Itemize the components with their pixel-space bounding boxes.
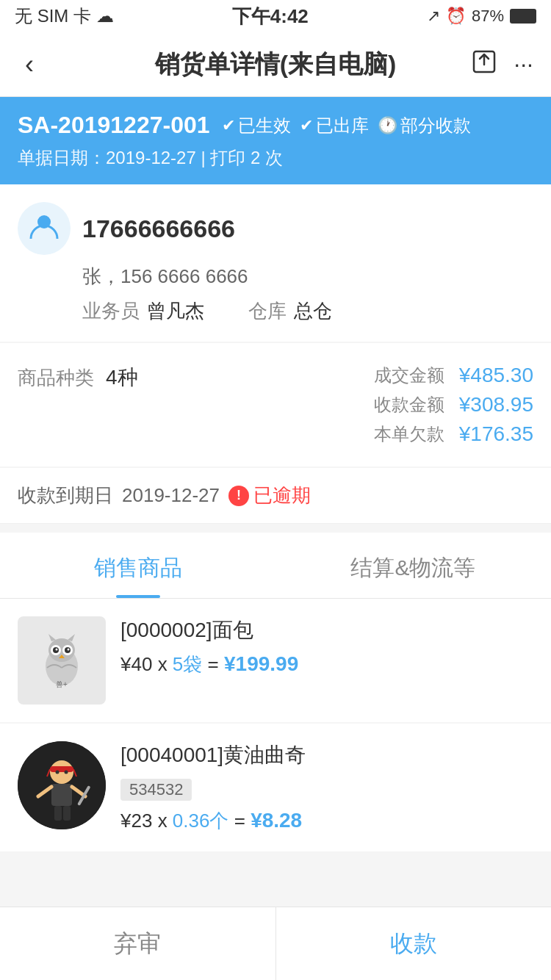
product-price-2: ¥23 x 0.36个 = ¥8.28 xyxy=(120,808,533,834)
order-print-count: 打印 2 次 xyxy=(210,148,283,167)
product-price-1: ¥40 x 5袋 = ¥199.99 xyxy=(120,652,533,677)
warehouse-info: 仓库 总仓 xyxy=(248,298,332,324)
badge-effective-label: 已生效 xyxy=(238,114,291,137)
page-title: 销货单详情(来自电脑) xyxy=(155,48,397,82)
products-list: 兽+ [0000002]面包 ¥40 x 5袋 = ¥199.99 xyxy=(0,599,551,851)
summary-right: 成交金额 ¥485.30 收款金额 ¥308.95 本单欠款 ¥176.35 xyxy=(374,364,533,446)
alarm-icon: ⏰ xyxy=(446,7,466,26)
svg-text:兽+: 兽+ xyxy=(56,680,68,688)
badge-effective: ✔ 已生效 xyxy=(222,114,291,137)
customer-row: 17666666666 xyxy=(18,202,533,255)
back-button[interactable]: ‹ xyxy=(18,42,41,87)
tabs: 销售商品 结算&物流等 xyxy=(0,533,551,599)
svg-rect-21 xyxy=(54,806,62,821)
received-amount-value: ¥308.95 xyxy=(459,393,533,417)
status-time: 下午4:42 xyxy=(232,4,309,29)
product-base-price-2: ¥23 xyxy=(120,810,152,832)
clock-icon: 🕐 xyxy=(378,116,397,135)
due-date-value: 2019-12-27 xyxy=(122,484,220,507)
category-label: 商品种类 xyxy=(18,365,94,391)
product-thumb-2 xyxy=(18,741,106,829)
customer-info-row: 业务员 曾凡杰 仓库 总仓 xyxy=(18,298,533,324)
badge-shipped-label: 已出库 xyxy=(316,114,369,137)
deal-amount-value: ¥485.30 xyxy=(459,364,533,387)
tab-sales[interactable]: 销售商品 xyxy=(0,533,276,598)
customer-section: 17666666666 张，156 6666 6666 业务员 曾凡杰 仓库 总… xyxy=(0,184,551,342)
check-icon-2: ✔ xyxy=(300,116,313,135)
order-id: SA-20191227-001 xyxy=(18,112,210,139)
svg-point-11 xyxy=(68,649,70,651)
product-quantity-2: 0.36个 xyxy=(173,810,229,832)
deal-amount-row: 成交金额 ¥485.30 xyxy=(374,364,533,387)
nav-bar: ‹ 销货单详情(来自电脑) ··· xyxy=(0,32,551,97)
overdue-icon: ! xyxy=(228,486,249,506)
warehouse-value: 总仓 xyxy=(294,298,332,324)
avatar-icon xyxy=(28,209,60,248)
svg-point-24 xyxy=(65,771,68,774)
tab-settlement[interactable]: 结算&物流等 xyxy=(276,533,551,598)
battery-icon xyxy=(510,9,536,24)
share-icon[interactable] xyxy=(472,50,496,79)
received-amount-row: 收款金额 ¥308.95 xyxy=(374,393,533,417)
svg-marker-4 xyxy=(48,634,56,641)
order-meta-sep: | xyxy=(201,148,210,167)
collect-payment-button[interactable]: 收款 xyxy=(276,907,552,980)
status-right: ↗ ⏰ 87% xyxy=(427,7,536,26)
svg-rect-17 xyxy=(51,784,72,806)
customer-detail: 张，156 6666 6666 xyxy=(18,264,533,289)
due-date-label: 收款到期日 xyxy=(18,483,113,508)
product-thumb-1: 兽+ xyxy=(18,616,106,705)
order-date: 单据日期：2019-12-27 xyxy=(18,148,196,167)
status-bar: 无 SIM 卡 ☁ 下午4:42 ↗ ⏰ 87% xyxy=(0,0,551,32)
product-tag-2: 534532 xyxy=(120,779,192,801)
order-meta: 单据日期：2019-12-27 | 打印 2 次 xyxy=(18,146,533,170)
product-name-2: [00040001]黄油曲奇 xyxy=(120,741,533,769)
owed-amount-row: 本单欠款 ¥176.35 xyxy=(374,422,533,446)
product-item-1: 兽+ [0000002]面包 ¥40 x 5袋 = ¥199.99 xyxy=(0,599,551,722)
product-quantity-1: 5袋 xyxy=(173,653,202,675)
summary-section: 商品种类 4种 成交金额 ¥485.30 收款金额 ¥308.95 本单欠款 ¥… xyxy=(0,343,551,466)
badge-partial-label: 部分收款 xyxy=(400,114,471,137)
product-total-2: ¥8.28 xyxy=(251,809,302,832)
sales-value: 曾凡杰 xyxy=(147,298,204,324)
sales-info: 业务员 曾凡杰 xyxy=(82,298,204,324)
battery-status: 87% xyxy=(472,7,504,26)
product-image-1: 兽+ xyxy=(18,616,106,705)
summary-left: 商品种类 4种 xyxy=(18,364,374,392)
tab-sales-label: 销售商品 xyxy=(94,555,182,580)
bottom-bar: 弃审 收款 xyxy=(0,907,551,980)
overdue-badge: ! 已逾期 xyxy=(228,483,311,508)
abandon-review-button[interactable]: 弃审 xyxy=(0,907,276,980)
customer-name: 17666666666 xyxy=(82,215,235,243)
svg-point-10 xyxy=(56,649,58,651)
status-badges: ✔ 已生效 ✔ 已出库 🕐 部分收款 xyxy=(222,114,471,137)
product-info-2: [00040001]黄油曲奇 534532 ¥23 x 0.36个 = ¥8.2… xyxy=(120,741,533,834)
product-base-price-1: ¥40 xyxy=(120,653,152,675)
badge-shipped: ✔ 已出库 xyxy=(300,114,369,137)
badge-partial: 🕐 部分收款 xyxy=(378,114,471,137)
overdue-label: 已逾期 xyxy=(253,483,311,508)
svg-marker-5 xyxy=(68,634,75,641)
svg-rect-16 xyxy=(50,766,73,772)
more-icon[interactable]: ··· xyxy=(514,51,533,78)
product-total-1: ¥199.99 xyxy=(224,652,298,675)
owed-amount-label: 本单欠款 xyxy=(374,422,444,446)
product-item-2: [00040001]黄油曲奇 534532 ¥23 x 0.36个 = ¥8.2… xyxy=(0,724,551,851)
order-id-row: SA-20191227-001 ✔ 已生效 ✔ 已出库 🕐 部分收款 xyxy=(18,112,533,139)
deal-amount-label: 成交金额 xyxy=(374,364,444,387)
product-name-1: [0000002]面包 xyxy=(120,616,533,644)
location-icon: ↗ xyxy=(427,7,440,26)
order-header: SA-20191227-001 ✔ 已生效 ✔ 已出库 🕐 部分收款 单据日期：… xyxy=(0,97,551,184)
avatar xyxy=(18,202,71,255)
svg-point-23 xyxy=(56,771,60,774)
product-info-1: [0000002]面包 ¥40 x 5袋 = ¥199.99 xyxy=(120,616,533,677)
abandon-review-label: 弃审 xyxy=(114,928,161,960)
collect-payment-label: 收款 xyxy=(390,928,437,960)
category-value: 4种 xyxy=(106,364,138,392)
check-icon-1: ✔ xyxy=(222,116,235,135)
received-amount-label: 收款金额 xyxy=(374,393,444,417)
sales-label: 业务员 xyxy=(82,298,140,324)
status-left: 无 SIM 卡 ☁ xyxy=(15,4,114,28)
nav-actions: ··· xyxy=(472,50,533,79)
sim-status: 无 SIM 卡 ☁ xyxy=(15,4,114,28)
